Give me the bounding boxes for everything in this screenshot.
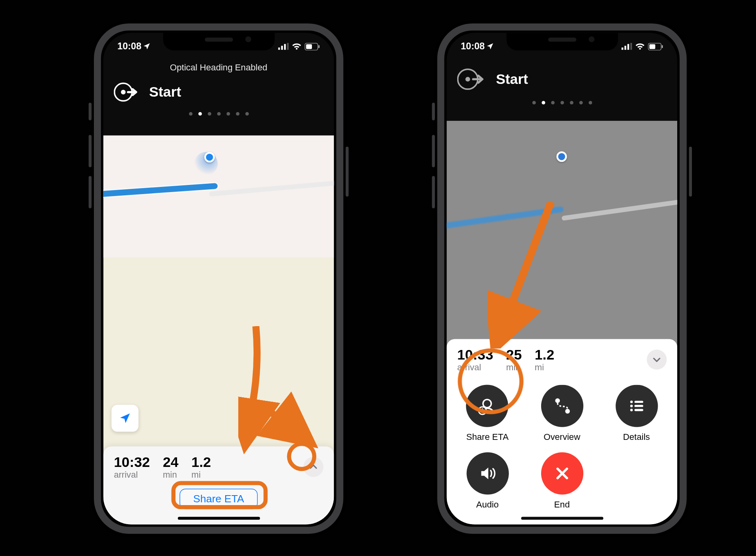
svg-rect-6 (318, 45, 320, 48)
svg-rect-25 (634, 405, 643, 407)
eta-duration: 24 min (163, 455, 178, 479)
share-eta-icon (476, 395, 499, 417)
bottom-sheet[interactable]: 10:32 arrival 24 min 1.2 mi Share (103, 446, 334, 524)
share-eta-action[interactable]: Share ETA (466, 385, 509, 442)
notch (163, 33, 274, 51)
location-arrow-icon (486, 42, 494, 51)
overview-icon (551, 395, 573, 416)
map[interactable]: 10:32 arrival 24 min 1.2 mi Share (103, 136, 334, 525)
chevron-down-icon (652, 355, 662, 364)
eta-arrival: 10:33 arrival (457, 347, 493, 372)
svg-rect-5 (306, 44, 312, 49)
svg-point-8 (121, 90, 126, 95)
start-icon (457, 64, 487, 94)
svg-point-26 (630, 409, 632, 411)
home-indicator[interactable] (177, 517, 260, 519)
details-icon (627, 396, 647, 416)
details-action[interactable]: Details (616, 385, 658, 442)
svg-rect-23 (634, 401, 643, 403)
location-arrow-icon (119, 412, 131, 424)
svg-point-22 (630, 400, 632, 403)
svg-rect-3 (287, 43, 288, 50)
chevron-up-icon (309, 462, 318, 472)
svg-point-20 (555, 399, 560, 403)
location-arrow-icon (142, 42, 151, 51)
notch (506, 33, 618, 51)
svg-point-17 (466, 77, 470, 82)
wifi-icon (635, 43, 645, 50)
start-icon (114, 79, 140, 105)
wifi-icon (292, 43, 302, 50)
cellular-icon (622, 43, 632, 50)
svg-rect-11 (627, 44, 629, 50)
eta-distance: 1.2 mi (191, 455, 211, 479)
map[interactable]: 10:33 arrival 25 min 1.2 mi (446, 121, 677, 525)
eta-arrival: 10:32 arrival (114, 455, 150, 479)
end-action[interactable]: End (541, 452, 583, 509)
phone-left: 10:08 Optical Heading Enabled (91, 21, 347, 537)
svg-rect-10 (624, 46, 626, 50)
current-location-dot (204, 152, 215, 163)
svg-rect-14 (649, 44, 655, 49)
eta-distance: 1.2 mi (535, 347, 554, 372)
cellular-icon (278, 43, 289, 50)
start-label: Start (149, 84, 181, 100)
home-indicator[interactable] (521, 517, 603, 519)
svg-rect-1 (281, 46, 283, 50)
page-dots[interactable] (103, 112, 334, 116)
start-label: Start (496, 71, 528, 87)
audio-icon (477, 463, 497, 483)
eta-duration: 25 min (506, 347, 522, 372)
battery-icon (305, 43, 320, 50)
phone-right: 10:08 (435, 21, 690, 537)
page-dots[interactable] (446, 101, 677, 105)
close-icon (553, 465, 571, 482)
expand-button[interactable] (304, 457, 323, 477)
share-eta-button[interactable]: Share ETA (180, 489, 258, 509)
svg-point-21 (565, 409, 570, 414)
status-time: 10:08 (117, 41, 141, 52)
audio-action[interactable]: Audio (466, 452, 509, 509)
status-time: 10:08 (461, 41, 485, 52)
optical-heading-label: Optical Heading Enabled (103, 62, 334, 72)
svg-rect-27 (634, 409, 643, 411)
svg-point-24 (630, 404, 632, 407)
bottom-sheet-expanded[interactable]: 10:33 arrival 25 min 1.2 mi (446, 339, 677, 524)
svg-rect-15 (662, 45, 663, 48)
collapse-button[interactable] (647, 350, 666, 369)
battery-icon (648, 43, 663, 50)
recenter-button[interactable] (111, 405, 138, 432)
svg-rect-2 (284, 44, 286, 50)
svg-rect-9 (622, 47, 623, 50)
overview-action[interactable]: Overview (541, 385, 583, 442)
svg-rect-12 (630, 43, 632, 50)
current-location-dot (556, 152, 567, 162)
svg-rect-0 (278, 47, 280, 50)
svg-point-18 (483, 399, 492, 408)
